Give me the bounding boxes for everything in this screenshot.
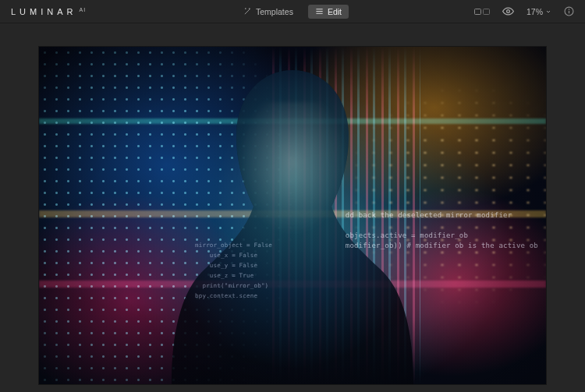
wand-icon bbox=[243, 7, 252, 16]
tab-edit[interactable]: Edit bbox=[308, 5, 349, 19]
info-button[interactable] bbox=[564, 6, 574, 16]
tab-edit-label: Edit bbox=[328, 7, 342, 16]
image-preview[interactable]: dd back the deselected mirror modifier o… bbox=[39, 47, 546, 384]
canvas-area: dd back the deselected mirror modifier o… bbox=[0, 23, 585, 392]
eye-icon bbox=[502, 5, 514, 17]
info-icon bbox=[564, 6, 574, 16]
compare-before-icon bbox=[474, 9, 481, 15]
sliders-icon bbox=[315, 7, 324, 16]
compare-after-icon bbox=[483, 9, 490, 15]
tab-templates-label: Templates bbox=[256, 7, 293, 16]
brand-suffix: AI bbox=[80, 7, 87, 12]
image-vignette bbox=[39, 47, 546, 384]
zoom-dropdown[interactable]: 17% bbox=[526, 7, 551, 16]
zoom-value: 17% bbox=[526, 7, 543, 16]
top-bar: LUMINAR AI Templates Edit 17% bbox=[0, 0, 585, 23]
preview-toggle[interactable] bbox=[502, 5, 514, 17]
mode-tabs: Templates Edit bbox=[236, 5, 349, 19]
toolbar-right: 17% bbox=[474, 5, 574, 17]
tab-templates[interactable]: Templates bbox=[236, 5, 300, 19]
brand-name: LUMINAR bbox=[11, 7, 77, 16]
chevron-down-icon bbox=[545, 9, 551, 15]
app-brand: LUMINAR AI bbox=[11, 7, 86, 16]
compare-toggle[interactable] bbox=[474, 9, 490, 15]
svg-point-6 bbox=[569, 9, 569, 10]
svg-point-3 bbox=[507, 10, 510, 13]
